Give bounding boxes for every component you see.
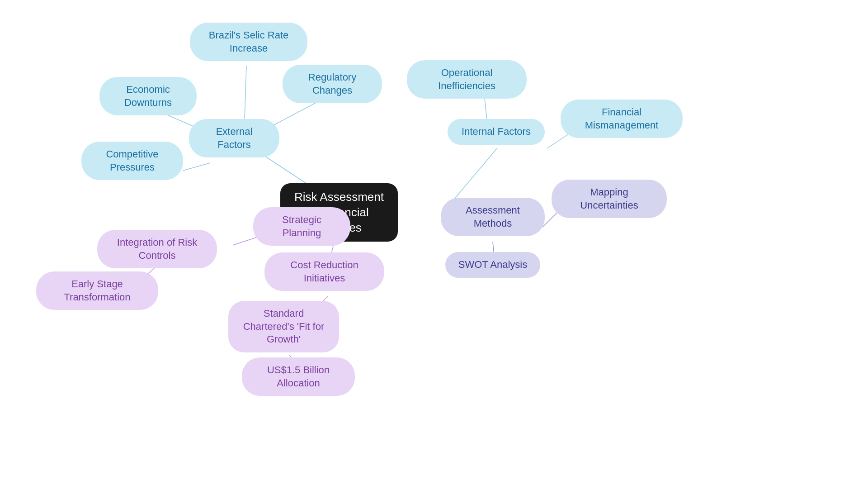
node-early-stage-transformation[interactable]: Early Stage Transformation <box>36 271 158 310</box>
node-standard-chartered[interactable]: Standard Chartered's 'Fit for Growth' <box>228 301 339 352</box>
line-center-internal <box>454 148 497 199</box>
node-competitive-pressures[interactable]: Competitive Pressures <box>81 142 183 180</box>
node-economic-downturns[interactable]: Economic Downturns <box>99 77 197 115</box>
node-operational-inefficiencies[interactable]: Operational Inefficiencies <box>407 60 527 99</box>
node-regulatory-changes[interactable]: Regulatory Changes <box>283 65 382 103</box>
node-external-factors[interactable]: External Factors <box>189 119 279 157</box>
node-strategic-planning[interactable]: Strategic Planning <box>253 207 350 246</box>
node-assessment-methods[interactable]: Assessment Methods <box>441 198 545 236</box>
node-financial-mismanagement[interactable]: Financial Mismanagement <box>561 100 683 138</box>
node-swot-analysis[interactable]: SWOT Analysis <box>445 252 540 278</box>
node-integration-risk-controls[interactable]: Integration of Risk Controls <box>97 230 217 268</box>
node-us-billion-allocation[interactable]: US$1.5 Billion Allocation <box>242 357 355 396</box>
node-brazils-selic[interactable]: Brazil's Selic Rate Increase <box>190 23 307 61</box>
line-external-competitive <box>183 163 210 171</box>
node-cost-reduction-initiatives[interactable]: Cost Reduction Initiatives <box>264 252 384 291</box>
node-internal-factors[interactable]: Internal Factors <box>448 119 545 145</box>
node-mapping-uncertainties[interactable]: Mapping Uncertainties <box>552 180 667 218</box>
